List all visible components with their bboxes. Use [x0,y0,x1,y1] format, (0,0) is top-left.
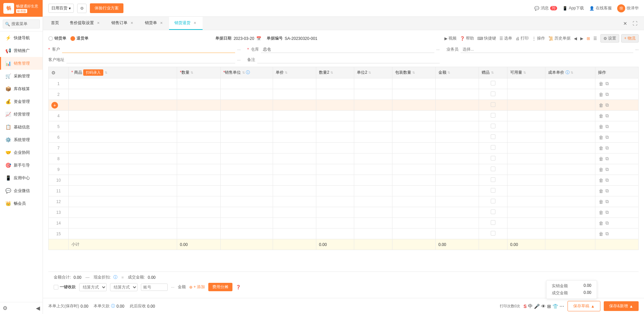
help-button[interactable]: ❓ 帮助 [460,36,474,41]
radio-sale[interactable]: 销货单 [48,36,66,41]
qty2-cell[interactable] [316,100,354,111]
product-cell[interactable] [68,78,177,89]
gift-checkbox[interactable] [491,167,495,171]
delete-row-button[interactable]: 🗑 [598,188,604,194]
history-button[interactable]: 📜 历史单据 [548,36,571,41]
cost-cell[interactable] [545,100,595,111]
qty-cell[interactable] [177,100,220,111]
copy-row-button[interactable]: ⧉ [605,112,609,119]
copy-row-button[interactable]: ⧉ [605,80,609,87]
gift-checkbox[interactable] [491,156,495,161]
user-profile-button[interactable]: 徐 徐泽华 [617,4,639,12]
one-click-payment-checkbox[interactable]: 一键收款 [54,284,76,290]
sidebar-item-marketing[interactable]: 📢 营销推广 [0,44,43,57]
sidebar-item-vip[interactable]: 👑 畅会员 [0,197,43,210]
radio-return[interactable]: 退货单 [70,36,89,41]
unit-cell[interactable] [220,89,273,100]
scan-barcode-button[interactable]: 扫码录入 [83,69,103,76]
copy-row-button[interactable]: ⧉ [605,230,609,237]
gift-checkbox[interactable] [491,102,495,107]
copy-row-button[interactable]: ⧉ [605,219,609,227]
tab-sales-order-close[interactable]: ✕ [129,21,134,25]
product-cell-active[interactable] [68,100,177,111]
amount-cell[interactable] [435,78,479,89]
debt-info-icon[interactable]: ⓘ [111,303,115,309]
expense-help-icon[interactable]: ❓ [236,285,241,290]
delete-row-button[interactable]: 🗑 [598,231,604,237]
amount-sort-icon[interactable]: ⇅ [447,71,450,74]
input-tool-icon-shirt[interactable]: 👕 [552,304,558,309]
account-dots[interactable]: ··· [171,285,174,290]
shortcut-button[interactable]: ⌨ 快捷键 [477,36,496,41]
grid-view-icon[interactable]: ⊞ [587,36,590,41]
save-new-button[interactable]: 保存&新增 ▲ [604,301,639,311]
sidebar-item-purchase[interactable]: 🛒 采购管理 [0,70,43,82]
cost-cell[interactable] [545,78,595,89]
tab-sales-order[interactable]: 销售订单 ✕ [106,17,140,30]
copy-row-button[interactable]: ⧉ [605,91,609,98]
delete-row-button[interactable]: 🗑 [598,113,604,119]
sidebar-item-sales[interactable]: 📊 销售管理 [0,57,43,70]
gift-sort-icon[interactable]: ⇅ [491,71,494,74]
select-order-button[interactable]: ☰ 选单 [499,36,512,41]
sidebar-item-inventory[interactable]: 📦 库存核算 [0,82,43,95]
address-dots[interactable]: ··· [237,58,240,62]
gift-checkbox[interactable] [491,113,495,118]
gift-checkbox[interactable] [491,188,495,193]
tab-price-settings[interactable]: 售价提取设置 ✕ [64,17,106,30]
copy-row-button[interactable]: ⧉ [605,144,609,151]
qty-sort-icon[interactable]: ⇅ [191,71,193,74]
topbar-gear-button[interactable]: ⚙ [77,4,87,13]
tab-sales-delivery[interactable]: 销货单 ✕ [140,17,169,30]
unit2-cell[interactable] [354,89,392,100]
available-sort-icon[interactable]: ⇅ [523,71,526,74]
copy-row-button[interactable]: ⧉ [605,198,609,205]
print-button[interactable]: 🖨 打印 [516,36,529,41]
next-icon[interactable]: ▶ [580,36,583,41]
tab-home[interactable]: 首页 [46,17,64,30]
settings-gear-icon[interactable]: ⚙ [3,305,7,311]
delete-row-button[interactable]: 🗑 [598,91,604,98]
unit-sort-icon[interactable]: ⇅ [242,71,245,74]
copy-row-button[interactable]: ⧉ [605,155,609,162]
customer-input[interactable] [62,46,235,53]
add-logistics-button[interactable]: + 物流 [621,34,639,43]
unit2-sort-icon[interactable]: ⇅ [368,71,371,74]
sidebar-item-system[interactable]: ⚙️ 系统管理 [0,133,43,146]
qty2-cell[interactable] [316,78,354,89]
customer-dots[interactable]: ··· [237,47,240,52]
copy-row-button[interactable]: ⧉ [605,123,609,130]
qty2-sort-icon[interactable]: ⇅ [330,71,333,74]
input-tool-icon-zh[interactable]: 中 [528,303,533,309]
save-draft-button[interactable]: 保存草稿 ▲ [568,301,600,311]
search-menu-button[interactable]: 🔍 搜索菜单 [3,19,40,28]
delete-row-button[interactable]: 🗑 [598,177,604,184]
close-window-icon[interactable]: ✕ [622,21,629,26]
product-sort-icon[interactable]: ⇅ [105,71,107,74]
qty-cell[interactable] [177,78,220,89]
prev-icon[interactable]: ◀ [574,36,577,41]
sidebar-item-shortcut[interactable]: ⚡ 快捷导航 [0,32,43,44]
gift-checkbox[interactable] [491,220,495,225]
industry-selector[interactable]: 日用百货 ▾ [48,4,74,13]
video-button[interactable]: ▶ 视频 [444,36,457,41]
gift-checkbox[interactable] [491,134,495,139]
available-cell[interactable] [507,78,545,89]
gift-checkbox[interactable] [491,231,495,236]
copy-row-button[interactable]: ⧉ [605,209,609,216]
expense-split-button[interactable]: 费用分摊 [208,283,232,291]
collapse-icon[interactable]: ◀ [36,305,40,311]
unit2-cell[interactable] [354,100,392,111]
payment-method-select[interactable]: 结算方式 [110,283,138,291]
remark-input[interactable] [257,56,439,63]
delete-row-button[interactable]: 🗑 [598,209,604,216]
settings-button[interactable]: ⚙ 设置 [600,34,619,43]
delete-row-button[interactable]: 🗑 [598,198,604,205]
input-tool-icon-grid[interactable]: ⊞ [547,304,551,309]
salesperson-dots[interactable]: ··· [635,47,639,52]
amount-cell[interactable] [435,89,479,100]
gift-checkbox[interactable] [491,91,495,96]
sidebar-item-enterprise[interactable]: 🤝 企业协同 [0,146,43,159]
qty2-cell[interactable] [316,89,354,100]
amount-cell[interactable] [435,100,479,111]
